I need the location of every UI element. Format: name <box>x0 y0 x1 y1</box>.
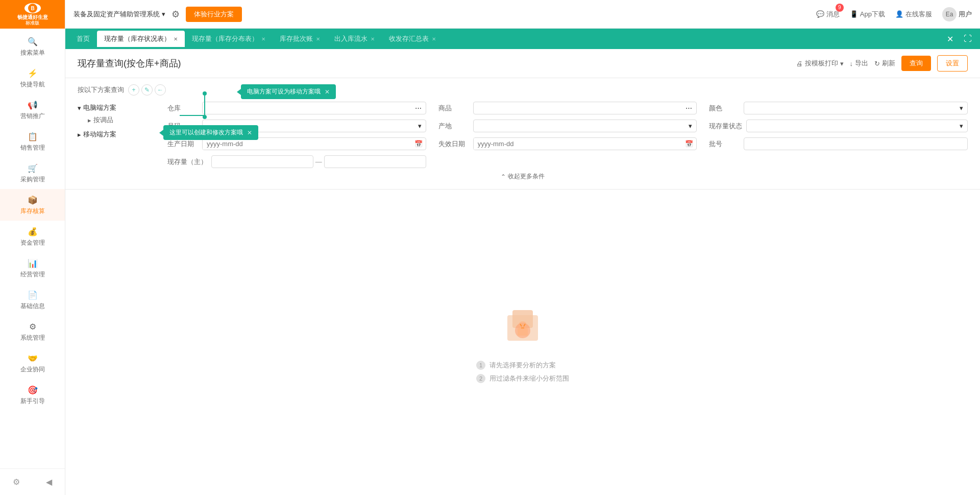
header-right: 💬 9 消息 📱 App下载 👤 在线客服 Ea 用户 <box>816 7 972 21</box>
page-title: 现存量查询(按仓库+商品) <box>78 57 181 69</box>
goods-label: 商品 <box>438 104 469 113</box>
logo-text: 畅捷通好生意 标准版 <box>17 14 48 26</box>
marketing-icon: 📢 <box>27 99 38 110</box>
lightning-icon: ⚡ <box>27 67 38 79</box>
purchase-icon: 🛒 <box>27 162 38 174</box>
stock-main-label: 现存量（主） <box>167 157 207 167</box>
filter-fields: 仓库 ⋯ 商品 ⋯ <box>159 102 968 168</box>
search-btn[interactable]: 查询 <box>901 56 931 71</box>
user-item[interactable]: Ea 用户 <box>942 7 972 21</box>
sidebar-item-purchase[interactable]: 🛒 采购管理 <box>0 157 65 189</box>
set-btn[interactable]: 设置 <box>937 55 968 72</box>
tab-close-flow[interactable]: ✕ <box>371 36 375 42</box>
expire-date-input-wrap: 📅 <box>473 137 697 150</box>
sidebar-nav: 🔍 搜索菜单 ⚡ 快捷导航 📢 营销推广 📋 销售管理 🛒 采购管理 📦 库存核… <box>0 29 65 468</box>
logo-icon: B <box>24 3 41 13</box>
empty-illustration <box>497 300 548 352</box>
edit-scheme-btn[interactable]: ✎ <box>141 84 153 96</box>
sidebar-item-guide[interactable]: 🎯 新手引导 <box>0 379 65 411</box>
message-item[interactable]: 💬 9 消息 <box>816 10 840 19</box>
expire-date-input[interactable] <box>474 138 682 150</box>
prod-date-calendar-icon[interactable]: 📅 <box>411 140 426 148</box>
tab-stock-dist[interactable]: 现存量（库存分布表） ✕ <box>185 31 273 47</box>
sidebar-settings-btn[interactable]: ⚙ <box>11 475 22 489</box>
main-content: 装备及固定资产辅助管理系统 ▾ ⚙ 体验行业方案 💬 9 消息 📱 App下载 … <box>65 0 980 495</box>
goods-select[interactable]: ⋯ <box>473 102 697 114</box>
user-label: 用户 <box>959 10 972 19</box>
phone-icon: 📱 <box>850 10 858 18</box>
sidebar-item-sales[interactable]: 📋 销售管理 <box>0 126 65 157</box>
collapse-bar[interactable]: ⌃ 收起更多条件 <box>78 168 968 183</box>
sidebar-item-collab[interactable]: 🤝 企业协同 <box>0 347 65 379</box>
stock-status-select[interactable]: ▾ <box>746 120 968 132</box>
batch-label: 批号 <box>709 139 740 149</box>
sidebar-item-marketing[interactable]: 📢 营销推广 <box>0 94 65 126</box>
stock-main-range: — <box>211 155 426 168</box>
header-left: 装备及固定资产辅助管理系统 ▾ ⚙ 体验行业方案 <box>74 7 242 22</box>
tab-flow[interactable]: 出入库流水 ✕ <box>327 31 382 47</box>
export-btn[interactable]: ↓ 导出 <box>850 59 869 68</box>
filter-expire-date: 失效日期 📅 <box>438 137 697 150</box>
tab-close-summary[interactable]: ✕ <box>432 36 436 42</box>
online-service-item[interactable]: 👤 在线客服 <box>895 10 932 19</box>
sidebar-collapse-btn[interactable]: ◀ <box>44 475 54 489</box>
sidebar-item-basic[interactable]: 📄 基础信息 <box>0 284 65 316</box>
guide-icon: 🎯 <box>27 384 38 395</box>
tab-close-stock-dist[interactable]: ✕ <box>261 36 265 42</box>
app-download-item[interactable]: 📱 App下载 <box>850 10 885 19</box>
origin-select[interactable]: ▾ <box>473 120 697 132</box>
horizontal-connector <box>180 115 205 116</box>
filter-stock-status: 现存量状态 ▾ <box>709 120 968 132</box>
page-header: 现存量查询(按仓库+商品) 🖨 按模板打印 ▾ ↓ 导出 ↻ 刷新 查询 设置 <box>65 49 980 78</box>
operations-icon: 📊 <box>27 257 38 269</box>
color-label: 颜色 <box>709 104 740 113</box>
tab-home[interactable]: 首页 <box>69 31 97 47</box>
tab-close-batch[interactable]: ✕ <box>316 36 320 42</box>
tab-batch[interactable]: 库存批次账 ✕ <box>273 31 327 47</box>
sidebar-item-finance[interactable]: 💰 资金管理 <box>0 221 65 252</box>
scheme-name-tooltip: 电脑方案可设为移动方案哦 ✕ <box>241 84 336 99</box>
export-icon: ↓ <box>850 60 853 67</box>
refresh-icon: ↻ <box>874 60 880 67</box>
message-badge: 9 <box>836 4 844 12</box>
stock-main-from[interactable] <box>211 155 313 168</box>
sidebar-item-search[interactable]: 🔍 搜索菜单 <box>0 31 65 62</box>
content-area: 现存量查询(按仓库+商品) 🖨 按模板打印 ▾ ↓ 导出 ↻ 刷新 查询 设置 <box>65 49 980 495</box>
stock-main-to[interactable] <box>324 155 426 168</box>
filter-origin: 产地 ▾ <box>438 120 697 132</box>
filter-warehouse: 仓库 ⋯ <box>167 102 426 114</box>
service-icon: 👤 <box>895 10 903 18</box>
system-name-dropdown[interactable]: 装备及固定资产辅助管理系统 ▾ <box>74 10 165 19</box>
batch-input[interactable] <box>744 137 968 150</box>
tab-close-stock-status[interactable]: ✕ <box>174 36 178 42</box>
create-tooltip-close[interactable]: ✕ <box>247 129 252 136</box>
online-service-label: 在线客服 <box>905 10 932 19</box>
scheme-item-1[interactable]: ▸ 按调品 <box>78 114 159 126</box>
header-settings-icon[interactable]: ⚙ <box>172 9 180 20</box>
sidebar-item-system[interactable]: ⚙ 系统管理 <box>0 316 65 347</box>
filter-color: 颜色 ▾ <box>709 102 968 114</box>
warehouse-label: 仓库 <box>167 104 198 113</box>
tab-summary[interactable]: 收发存汇总表 ✕ <box>382 31 443 47</box>
back-btn[interactable]: ← <box>155 84 166 96</box>
refresh-btn[interactable]: ↻ 刷新 <box>874 59 895 68</box>
add-scheme-btn[interactable]: + <box>128 84 139 96</box>
expire-date-label: 失效日期 <box>438 139 469 149</box>
filter-stock-main: 现存量（主） — <box>167 155 426 168</box>
color-select[interactable]: ▾ <box>744 102 968 114</box>
tab-fullscreen-btn[interactable]: ⛶ <box>960 32 976 46</box>
expire-date-calendar-icon[interactable]: 📅 <box>682 140 696 148</box>
trial-btn[interactable]: 体验行业方案 <box>186 7 242 22</box>
sidebar-item-nav[interactable]: ⚡ 快捷导航 <box>0 62 65 94</box>
sidebar-item-inventory[interactable]: 📦 库存核算 <box>0 189 65 221</box>
print-btn[interactable]: 🖨 按模板打印 ▾ <box>796 59 844 68</box>
print-icon: 🖨 <box>796 60 803 67</box>
tab-close-all-btn[interactable]: ✕ <box>943 32 958 46</box>
finance-icon: 💰 <box>27 226 38 237</box>
scheme-panel: ▾ 电脑端方案 ▸ 按调品 ▸ 移动端方案 <box>78 102 159 168</box>
sidebar-item-operations[interactable]: 📊 经营管理 <box>0 252 65 284</box>
filter-batch: 批号 <box>709 137 968 150</box>
scheme-tooltip-close[interactable]: ✕ <box>325 88 330 96</box>
warehouse-select[interactable]: ⋯ <box>202 102 426 114</box>
tab-stock-status[interactable]: 现存量（库存状况表） ✕ <box>97 31 185 47</box>
